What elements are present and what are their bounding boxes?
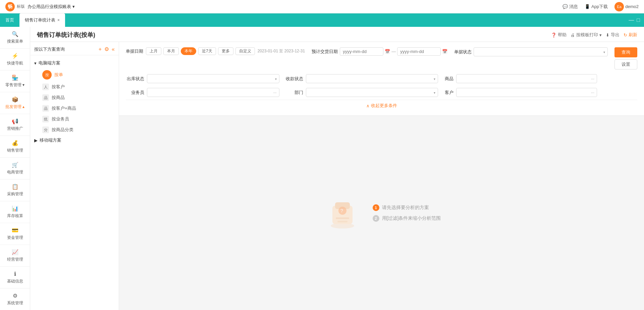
filter-panel: 单据日期 上月 本月 本年 近7天 更多 自定义 2023-01-01 至 20… — [119, 42, 644, 116]
scheme-item-by-salesperson[interactable]: 统 按业务员 — [34, 114, 115, 124]
receipt-status-select[interactable] — [306, 74, 438, 83]
query-button[interactable]: 查询 — [614, 47, 637, 57]
tab-close-icon[interactable]: × — [57, 18, 60, 22]
top-bar-left: 畅 标版 办公用品行业模拟账表 ▾ — [5, 2, 75, 11]
sidebar-label-purchase: 采购管理 — [7, 191, 23, 197]
page-actions: ❓ 帮助 🖨 按模板打印 ▾ ⬇ 导出 ↻ 刷新 — [551, 32, 637, 38]
app-selector[interactable]: 办公用品行业模拟账表 ▾ — [28, 4, 75, 10]
sidebar-item-operation[interactable]: 📈 经营管理 — [0, 245, 30, 267]
customer-input[interactable] — [456, 88, 597, 97]
goods-group: 商品 ··· — [443, 74, 597, 83]
empty-tips: 1 请先选择要分析的方案 2 用[过滤]条件来缩小分析范围 — [373, 204, 441, 222]
app-download-action[interactable]: 📱 App下载 — [585, 4, 608, 10]
scheme-item-by-goods[interactable]: 品 按商品 — [34, 92, 115, 103]
calendar-start-icon[interactable]: 📅 — [385, 49, 390, 54]
tip-number-2: 2 — [373, 215, 379, 222]
expected-date-start[interactable] — [340, 47, 383, 56]
sales-icon: 💰 — [12, 140, 18, 146]
empty-tip-1: 1 请先选择要分析的方案 — [373, 204, 441, 211]
scheme-group-pc-header[interactable]: ▾ 电脑端方案 — [34, 58, 115, 68]
export-btn[interactable]: ⬇ 导出 — [606, 32, 620, 38]
by-category-icon: 分 — [42, 126, 49, 133]
refresh-label: 刷新 — [629, 32, 637, 38]
sidebar-item-basic[interactable]: ℹ 基础信息 — [0, 267, 30, 289]
scheme-item-by-category[interactable]: 分 按商品分类 — [34, 124, 115, 135]
add-scheme-btn[interactable]: + — [99, 46, 102, 52]
help-btn[interactable]: ❓ 帮助 — [551, 32, 567, 38]
refresh-btn[interactable]: ↻ 刷新 — [624, 32, 637, 38]
sidebar-item-search[interactable]: 🔍 搜索菜单 — [0, 27, 30, 49]
expected-date-end[interactable] — [397, 47, 441, 56]
sidebar-item-quicknav[interactable]: ⚡ 快捷导航 — [0, 49, 30, 70]
print-icon: 🖨 — [571, 33, 575, 38]
left-panel-title: 按以下方案查询 — [34, 46, 65, 52]
scheme-group-mobile-header[interactable]: ▶ 移动端方案 — [34, 135, 115, 145]
date-last7-btn[interactable]: 近7天 — [198, 47, 216, 55]
operation-icon: 📈 — [12, 249, 18, 255]
sidebar-label-ecom: 电商管理 — [7, 169, 23, 175]
scheme-item-by-customer[interactable]: 人 按客户 — [34, 82, 115, 92]
out-status-group: 出库状态 ▾ — [126, 74, 279, 83]
sidebar-item-ecom[interactable]: 🛒 电商管理 — [0, 158, 30, 179]
settings-button[interactable]: 设置 — [614, 59, 637, 69]
department-group: 部门 ▾ — [285, 88, 438, 97]
bill-status-select[interactable] — [474, 47, 608, 56]
download-icon: 📱 — [585, 4, 590, 9]
query-actions: 查询 设置 — [614, 47, 637, 69]
tab-minimize-btn[interactable]: — — [629, 17, 634, 23]
date-prev-month-btn[interactable]: 上月 — [146, 47, 161, 55]
svg-text:?: ? — [340, 208, 343, 213]
app-download-label: App下载 — [591, 4, 608, 10]
date-buttons: 上月 本月 本年 近7天 更多 自定义 — [146, 47, 255, 55]
content-area: 销售订单统计表(按单) ❓ 帮助 🖨 按模板打印 ▾ ⬇ 导出 ↻ 刷新 — [30, 27, 644, 310]
sidebar-label-system: 系统管理 — [7, 300, 23, 306]
sidebar-item-system[interactable]: ⚙ 系统管理 — [0, 289, 30, 310]
expected-date-group: 预计交货日期 📅 — 📅 — [312, 47, 447, 56]
sidebar-item-sales[interactable]: 💰 销售管理 — [0, 136, 30, 158]
message-action[interactable]: 💬 消息 — [562, 4, 578, 10]
user-area[interactable]: Ea demo2 — [614, 2, 639, 11]
filter-row-1: 单据日期 上月 本月 本年 近7天 更多 自定义 2023-01-01 至 20… — [126, 47, 637, 69]
svg-rect-5 — [336, 217, 349, 219]
scheme-item-by-custgoods[interactable]: 品 按客户+商品 — [34, 103, 115, 114]
department-select[interactable] — [306, 88, 438, 97]
tab-home[interactable]: 首页 — [0, 13, 19, 27]
tab-sales-order[interactable]: 销售订单统计表 × — [19, 13, 65, 27]
date-this-month-btn[interactable]: 本月 — [163, 47, 179, 55]
message-label: 消息 — [569, 4, 578, 10]
out-status-label: 出库状态 — [126, 76, 144, 82]
collapse-panel-btn[interactable]: « — [112, 46, 115, 52]
sidebar-label-quicknav: 快捷导航 — [7, 60, 23, 66]
date-custom-btn[interactable]: 自定义 — [235, 47, 255, 55]
tip-text-1: 请先选择要分析的方案 — [382, 205, 429, 211]
calendar-end-icon[interactable]: 📅 — [442, 49, 447, 54]
sidebar-item-finance[interactable]: 💳 资金管理 — [0, 223, 30, 245]
sidebar-item-wholesale[interactable]: 📦 批发管理 ▴ — [0, 92, 30, 114]
salesperson-wrapper: ··· — [147, 88, 279, 97]
collapse-more-conditions-btn[interactable]: ∧ 收起更多条件 — [126, 100, 637, 110]
filter-row-2: 出库状态 ▾ 收款状态 — [126, 74, 637, 83]
salesperson-input[interactable] — [147, 88, 279, 97]
sidebar-item-inventory[interactable]: 📊 库存核算 — [0, 201, 30, 223]
tab-maximize-btn[interactable]: □ — [637, 17, 640, 23]
out-status-select[interactable] — [147, 74, 279, 83]
date-this-year-btn[interactable]: 本年 — [181, 47, 196, 55]
sidebar-item-purchase[interactable]: 📋 采购管理 — [0, 179, 30, 201]
receipt-status-label: 收款状态 — [285, 76, 303, 82]
settings-scheme-btn[interactable]: ⚙ — [104, 46, 109, 52]
sidebar-item-marketing[interactable]: 📢 营销推广 — [0, 114, 30, 136]
print-label: 按模板打印 — [576, 32, 598, 38]
scheme-group-mobile-arrow: ▶ — [34, 138, 38, 143]
tab-bar-actions: — □ — [629, 17, 644, 23]
sidebar-label-basic: 基础信息 — [7, 278, 23, 284]
scheme-item-by-order[interactable]: 按 按单 — [34, 68, 115, 82]
content-body: 按以下方案查询 + ⚙ « ▾ 电脑端方案 — [30, 42, 644, 310]
page-header: 销售订单统计表(按单) ❓ 帮助 🖨 按模板打印 ▾ ⬇ 导出 ↻ 刷新 — [30, 27, 644, 42]
tab-sales-label: 销售订单统计表 — [25, 17, 55, 23]
print-arrow: ▾ — [599, 33, 602, 38]
sidebar-label-operation: 经营管理 — [7, 257, 23, 262]
sidebar-item-retail[interactable]: 🏪 零售管理 ▾ — [0, 70, 30, 92]
print-btn[interactable]: 🖨 按模板打印 ▾ — [571, 32, 602, 38]
goods-input[interactable] — [456, 74, 597, 83]
date-more-btn[interactable]: 更多 — [218, 47, 233, 55]
